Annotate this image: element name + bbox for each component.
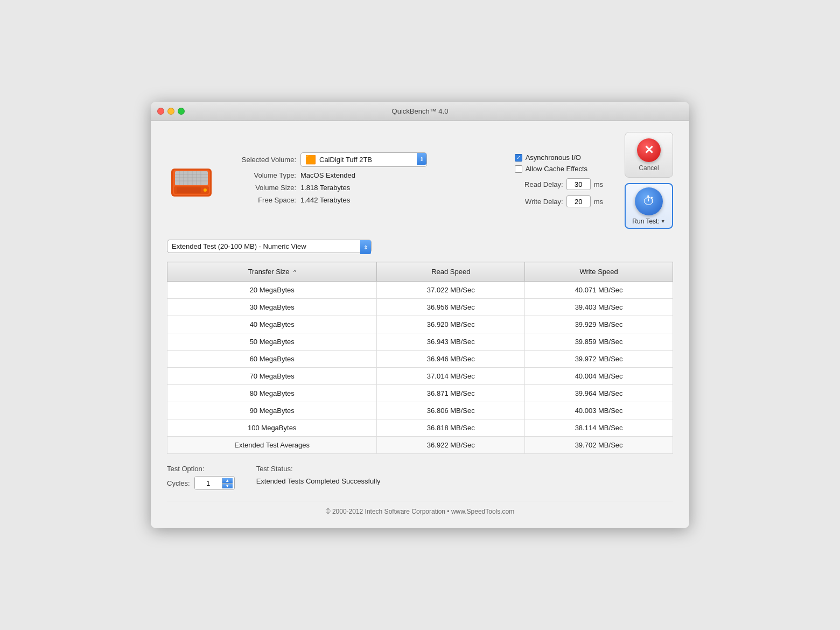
cell-write-speed: 39.964 MB/Sec — [525, 385, 673, 402]
svg-point-13 — [204, 188, 207, 192]
cell-write-speed: 40.003 MB/Sec — [525, 402, 673, 419]
view-dropdown[interactable]: Extended Test (20-100 MB) - Numeric View… — [167, 240, 372, 253]
cell-transfer-size: 90 MegaBytes — [167, 402, 377, 419]
view-selector: Extended Test (20-100 MB) - Numeric View… — [167, 240, 673, 253]
cancel-label: Cancel — [639, 164, 659, 172]
test-status-section: Test Status: Extended Tests Completed Su… — [256, 465, 673, 485]
free-space-row: Free Space: 1.442 Terabytes — [226, 196, 493, 204]
cell-read-speed: 36.920 MB/Sec — [377, 316, 525, 333]
volume-type-value: MacOS Extended — [300, 171, 355, 179]
read-delay-row: Read Delay: ms — [515, 178, 603, 190]
async-io-row[interactable]: Asynchronous I/O — [515, 153, 603, 162]
main-window: QuickBench™ 4.0 — [151, 102, 689, 528]
table-row: 30 MegaBytes36.956 MB/Sec39.403 MB/Sec — [167, 299, 673, 316]
allow-cache-label: Allow Cache Effects — [526, 165, 587, 173]
cell-write-speed: 39.972 MB/Sec — [525, 351, 673, 368]
volume-type-label: Volume Type: — [226, 171, 296, 179]
cell-read-speed: 36.806 MB/Sec — [377, 402, 525, 419]
sort-arrow-icon: ^ — [293, 269, 296, 275]
cancel-button[interactable]: ✕ Cancel — [625, 132, 673, 178]
col-transfer-size[interactable]: Transfer Size ^ — [167, 262, 377, 282]
maximize-button[interactable] — [178, 108, 185, 115]
cell-read-speed: 36.943 MB/Sec — [377, 333, 525, 351]
cell-write-speed: 39.702 MB/Sec — [525, 437, 673, 454]
cell-read-speed: 36.956 MB/Sec — [377, 299, 525, 316]
titlebar: QuickBench™ 4.0 — [151, 102, 689, 121]
test-status-label: Test Status: — [256, 465, 673, 473]
cell-transfer-size: 80 MegaBytes — [167, 385, 377, 402]
table-row: 60 MegaBytes36.946 MB/Sec39.972 MB/Sec — [167, 351, 673, 368]
traffic-lights — [157, 108, 185, 115]
cell-transfer-size: 100 MegaBytes — [167, 419, 377, 437]
cancel-icon: ✕ — [637, 138, 661, 162]
cell-transfer-size: 20 MegaBytes — [167, 282, 377, 299]
volume-size-label: Volume Size: — [226, 184, 296, 192]
drive-icon — [167, 159, 215, 202]
cell-read-speed: 36.818 MB/Sec — [377, 419, 525, 437]
volume-dropdown[interactable]: 🟧 CalDigit Tuff 2TB ⇕ — [300, 152, 427, 167]
table-row: 20 MegaBytes37.022 MB/Sec40.071 MB/Sec — [167, 282, 673, 299]
view-dropdown-button[interactable]: ⇕ — [360, 240, 371, 254]
main-content: Selected Volume: 🟧 CalDigit Tuff 2TB ⇕ V… — [151, 121, 689, 528]
free-space-value: 1.442 Terabytes — [300, 196, 350, 204]
table-row: 50 MegaBytes36.943 MB/Sec39.859 MB/Sec — [167, 333, 673, 351]
cell-write-speed: 38.114 MB/Sec — [525, 419, 673, 437]
test-option-section: Test Option: Cycles: ▲ ▼ — [167, 465, 235, 490]
minimize-button[interactable] — [167, 108, 174, 115]
cell-write-speed: 40.071 MB/Sec — [525, 282, 673, 299]
cycles-label: Cycles: — [167, 479, 190, 487]
cycles-decrement-button[interactable]: ▼ — [222, 484, 233, 488]
async-io-label: Asynchronous I/O — [526, 153, 581, 162]
volume-info: Selected Volume: 🟧 CalDigit Tuff 2TB ⇕ V… — [226, 152, 493, 208]
volume-size-row: Volume Size: 1.818 Terabytes — [226, 184, 493, 192]
cell-transfer-size: 70 MegaBytes — [167, 368, 377, 385]
cycles-input[interactable] — [195, 477, 222, 489]
results-table: Transfer Size ^ Read Speed Write Speed 2… — [167, 262, 673, 454]
cell-read-speed: 36.922 MB/Sec — [377, 437, 525, 454]
selected-volume-row: Selected Volume: 🟧 CalDigit Tuff 2TB ⇕ — [226, 152, 493, 167]
options-section: Asynchronous I/O Allow Cache Effects Rea… — [515, 153, 603, 207]
allow-cache-row[interactable]: Allow Cache Effects — [515, 165, 603, 173]
async-io-checkbox[interactable] — [515, 154, 522, 162]
run-label-row: Run Test: ▼ — [632, 218, 665, 225]
write-delay-input[interactable] — [566, 195, 591, 207]
read-delay-label: Read Delay: — [515, 180, 563, 188]
col-read-speed[interactable]: Read Speed — [377, 262, 525, 282]
cycles-increment-button[interactable]: ▲ — [222, 478, 233, 484]
run-dropdown-arrow-icon: ▼ — [661, 219, 666, 224]
footer: © 2000-2012 Intech Software Corporation … — [167, 501, 673, 517]
cell-transfer-size: 50 MegaBytes — [167, 333, 377, 351]
cycles-input-wrap: ▲ ▼ — [194, 476, 235, 490]
table-row: 90 MegaBytes36.806 MB/Sec40.003 MB/Sec — [167, 402, 673, 419]
cell-write-speed: 39.403 MB/Sec — [525, 299, 673, 316]
cell-write-speed: 40.004 MB/Sec — [525, 368, 673, 385]
top-section: Selected Volume: 🟧 CalDigit Tuff 2TB ⇕ V… — [167, 132, 673, 229]
read-delay-unit: ms — [594, 180, 603, 188]
cell-read-speed: 37.022 MB/Sec — [377, 282, 525, 299]
free-space-label: Free Space: — [226, 196, 296, 204]
drive-small-icon: 🟧 — [305, 155, 316, 165]
table-header-row: Transfer Size ^ Read Speed Write Speed — [167, 262, 673, 282]
cell-transfer-size: 40 MegaBytes — [167, 316, 377, 333]
close-button[interactable] — [157, 108, 164, 115]
write-delay-label: Write Delay: — [515, 198, 563, 206]
cycles-row: Cycles: ▲ ▼ — [167, 476, 235, 490]
table-row: 100 MegaBytes36.818 MB/Sec38.114 MB/Sec — [167, 419, 673, 437]
cell-transfer-size: 60 MegaBytes — [167, 351, 377, 368]
cycles-stepper: ▲ ▼ — [222, 478, 233, 488]
cell-write-speed: 39.859 MB/Sec — [525, 333, 673, 351]
run-test-label: Run Test: — [632, 218, 659, 225]
cell-read-speed: 37.014 MB/Sec — [377, 368, 525, 385]
view-dropdown-text: Extended Test (20-100 MB) - Numeric View — [172, 242, 367, 250]
read-delay-input[interactable] — [566, 178, 591, 190]
volume-type-row: Volume Type: MacOS Extended — [226, 171, 493, 179]
svg-rect-14 — [177, 187, 201, 193]
volume-size-value: 1.818 Terabytes — [300, 184, 350, 192]
allow-cache-checkbox[interactable] — [515, 165, 522, 173]
cell-read-speed: 36.946 MB/Sec — [377, 351, 525, 368]
run-test-button[interactable]: ⏱ Run Test: ▼ — [625, 183, 673, 229]
test-option-label: Test Option: — [167, 465, 235, 473]
volume-dropdown-arrow[interactable]: ⇕ — [417, 153, 426, 165]
col-write-speed[interactable]: Write Speed — [525, 262, 673, 282]
window-title: QuickBench™ 4.0 — [392, 107, 449, 115]
